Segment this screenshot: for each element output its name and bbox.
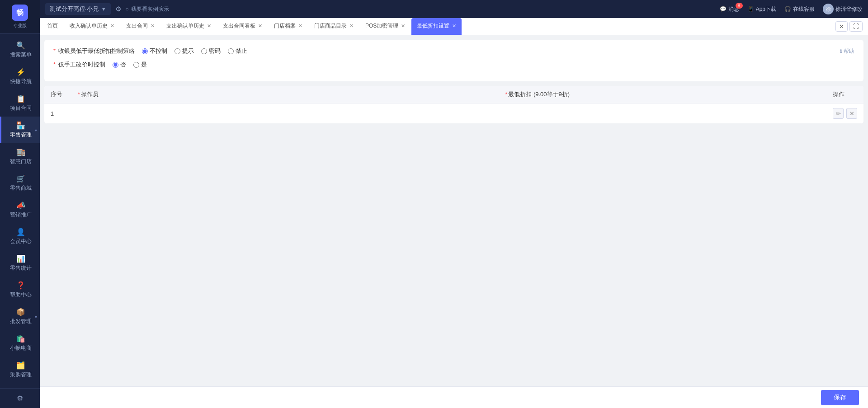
sidebar-item-help-center[interactable]: ❓帮助中心: [0, 277, 40, 303]
online-service-btn[interactable]: 🎧 在线客服: [784, 5, 815, 13]
tab-close-icon[interactable]: ✕: [207, 23, 211, 29]
expand-tab-btn[interactable]: ⛶: [849, 21, 863, 32]
cell-operator: [71, 103, 499, 124]
tab-store-goods[interactable]: 门店商品目录✕: [309, 18, 359, 35]
tab-pay-confirm[interactable]: 支出确认单历史✕: [161, 18, 217, 35]
delete-icon-btn[interactable]: ✕: [846, 108, 857, 119]
help-icon: ℹ: [840, 48, 842, 54]
edit-icon-btn[interactable]: ✏: [833, 108, 844, 119]
footer: 保存: [40, 386, 868, 408]
policy-row: * 收银员低于最低折扣控制策略 不控制 提示 密码: [53, 47, 854, 55]
tab-store-archive[interactable]: 门店档案✕: [269, 18, 308, 35]
online-service-icon: 🎧: [784, 6, 791, 12]
project-contract-icon: 📋: [16, 94, 25, 103]
tabbar-actions: ✕⛶: [835, 21, 866, 32]
cell-discount: [499, 103, 826, 124]
message-btn[interactable]: 💬 消息 8: [720, 5, 739, 13]
policy-radio-group: 不控制 提示 密码 禁止: [142, 47, 247, 55]
manual-yes-radio[interactable]: [133, 62, 139, 68]
content-area: * 收银员低于最低折扣控制策略 不控制 提示 密码: [40, 35, 868, 386]
tab-income-confirm[interactable]: 收入确认单历史✕: [64, 18, 120, 35]
help-center-icon: ❓: [16, 281, 25, 290]
smart-store-icon: 🏬: [16, 148, 25, 156]
sidebar-item-retail-stats[interactable]: 📊零售统计: [0, 250, 40, 277]
manual-radio-group: 否 是: [113, 61, 147, 69]
retail-mgmt-icon: 🏪: [16, 121, 25, 130]
wholesale-mgmt-icon: 📦: [16, 308, 25, 316]
manual-no-radio[interactable]: [113, 62, 118, 68]
app-download-label: App下载: [756, 5, 776, 13]
table-scroll: 序号 *操作员 *最低折扣 (9.00等于9折) 操作 1: [44, 86, 863, 124]
message-badge: 8: [736, 3, 743, 9]
policy-password-radio[interactable]: [201, 48, 207, 54]
chevron-right-icon: ▾: [35, 314, 37, 319]
tab-close-icon[interactable]: ✕: [401, 23, 405, 29]
retail-mall-icon: 🛒: [16, 174, 25, 183]
sidebar-item-shortcut[interactable]: ⚡快捷导航: [0, 63, 40, 90]
tab-home[interactable]: 首页: [42, 18, 63, 35]
sidebar-item-inventory-check[interactable]: 📐库存核算: [0, 383, 40, 388]
topbar-right: 💬 消息 8 📱 App下载 🎧 在线客服 徐 徐泽华修改: [720, 4, 863, 14]
tab-close-icon[interactable]: ✕: [151, 23, 155, 29]
app-download-btn[interactable]: 📱 App下载: [747, 5, 776, 13]
sidebar-item-label: 快捷导航: [10, 78, 32, 85]
tab-close-icon[interactable]: ✕: [349, 23, 354, 29]
inventory-check-icon: 📐: [16, 388, 25, 388]
close-tab-btn[interactable]: ✕: [835, 21, 848, 32]
table-body: 1 ✏ ✕: [44, 103, 863, 124]
settings-icon[interactable]: ⚙: [17, 394, 23, 403]
table-panel: 序号 *操作员 *最低折扣 (9.00等于9折) 操作 1: [44, 86, 863, 124]
th-action: 操作: [826, 86, 863, 103]
user-menu[interactable]: 徐 徐泽华修改: [823, 4, 863, 14]
save-button[interactable]: 保存: [821, 390, 859, 405]
help-link[interactable]: ℹ 帮助: [840, 47, 854, 55]
policy-hint[interactable]: 提示: [175, 47, 194, 55]
sidebar-item-marketing[interactable]: 📣营销推广: [0, 197, 40, 223]
ecommerce-icon: 🛍️: [16, 334, 25, 343]
policy-no-control[interactable]: 不控制: [142, 47, 167, 55]
sidebar-item-project-contract[interactable]: 📋项目合同: [0, 90, 40, 117]
sidebar-item-ecommerce[interactable]: 🛍️小畅电商: [0, 330, 40, 356]
demo-text: 我要看实例演示: [131, 5, 169, 13]
policy-disable[interactable]: 禁止: [228, 47, 247, 55]
policy-disable-radio[interactable]: [228, 48, 234, 54]
topbar-settings-icon[interactable]: ⚙: [115, 5, 121, 13]
tab-label: POS加密管理: [365, 22, 398, 30]
manual-no[interactable]: 否: [113, 61, 126, 69]
sidebar-item-search[interactable]: 🔍搜索菜单: [0, 37, 40, 63]
tab-close-icon[interactable]: ✕: [298, 23, 302, 29]
th-operator: *操作员: [71, 86, 499, 103]
sidebar-item-smart-store[interactable]: 🏬智慧门店: [0, 143, 40, 170]
policy-label: * 收银员低于最低折扣控制策略: [53, 47, 135, 55]
sidebar-item-wholesale-mgmt[interactable]: 📦批发管理▾: [0, 303, 40, 330]
sidebar-item-label: 零售管理: [10, 131, 32, 139]
project-name: 测试分开亮程·小兄: [50, 5, 99, 13]
tab-close-icon[interactable]: ✕: [258, 23, 262, 29]
sidebar-item-retail-mall[interactable]: 🛒零售商城: [0, 170, 40, 197]
policy-hint-radio[interactable]: [175, 48, 180, 54]
sidebar-item-label: 批发管理: [10, 318, 32, 325]
tab-pos-password[interactable]: POS加密管理✕: [360, 18, 410, 35]
policy-password[interactable]: 密码: [201, 47, 221, 55]
logo-subtext: 专业版: [13, 23, 27, 29]
table-header: 序号 *操作员 *最低折扣 (9.00等于9折) 操作: [44, 86, 863, 103]
tab-pay-board[interactable]: 支出合同看板✕: [217, 18, 268, 35]
member-center-icon: 👤: [16, 228, 25, 236]
project-selector[interactable]: 测试分开亮程·小兄 ▼: [45, 3, 111, 15]
tab-min-discount[interactable]: 最低折扣设置✕: [411, 18, 462, 35]
sidebar-item-member-center[interactable]: 👤会员中心: [0, 223, 40, 250]
sidebar-item-purchase-mgmt[interactable]: 🗂️采购管理: [0, 356, 40, 383]
th-seq: 序号: [44, 86, 71, 103]
th-discount: *最低折扣 (9.00等于9折): [499, 86, 826, 103]
tab-close-icon[interactable]: ✕: [110, 23, 114, 29]
policy-no-control-radio[interactable]: [142, 48, 148, 54]
demo-link[interactable]: ○ 我要看实例演示: [126, 5, 169, 13]
sidebar-item-retail-mgmt[interactable]: 🏪零售管理▾: [0, 117, 40, 143]
topbar: 测试分开亮程·小兄 ▼ ⚙ ○ 我要看实例演示 💬 消息 8 📱 App下载 🎧…: [40, 0, 868, 18]
manual-yes[interactable]: 是: [133, 61, 147, 69]
sidebar-item-label: 智慧门店: [10, 158, 32, 165]
search-icon: 🔍: [16, 41, 25, 50]
tab-close-icon[interactable]: ✕: [452, 23, 456, 29]
tab-label: 门店档案: [274, 22, 296, 30]
tab-pay-contract[interactable]: 支出合同✕: [121, 18, 160, 35]
